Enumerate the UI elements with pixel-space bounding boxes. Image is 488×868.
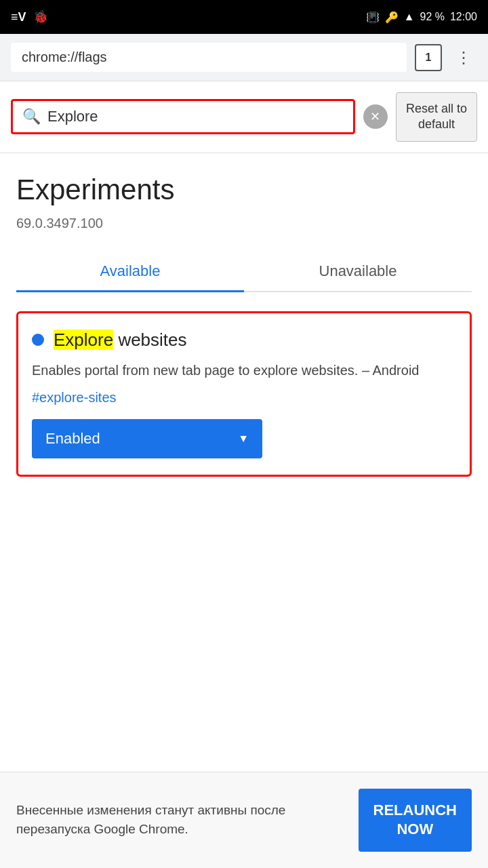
address-bar: 1 ⋮ — [0, 34, 488, 81]
flag-link[interactable]: #explore-sites — [32, 390, 456, 406]
flag-title-highlight: Explore — [54, 330, 113, 350]
status-bar-left: ≡V 🐞 — [11, 9, 48, 24]
search-input[interactable] — [47, 108, 344, 125]
search-icon: 🔍 — [22, 108, 41, 125]
overflow-menu-button[interactable]: ⋮ — [450, 45, 477, 70]
three-dots-icon: ⋮ — [455, 48, 472, 66]
vibration-icon: 📳 — [366, 11, 380, 24]
tab-unavailable[interactable]: Unavailable — [244, 252, 472, 291]
signal-icon: ▲ — [404, 11, 415, 23]
enabled-dropdown[interactable]: Enabled ▼ — [32, 419, 262, 458]
url-input[interactable] — [11, 43, 407, 72]
main-content: Experiments 69.0.3497.100 Available Unav… — [0, 153, 488, 477]
enabled-label: Enabled — [45, 430, 100, 448]
search-bar-wrapper: 🔍 ✕ Reset all todefault — [0, 81, 488, 153]
flag-description: Enables portal from new tab page to expl… — [32, 360, 456, 380]
page-title: Experiments — [16, 174, 472, 206]
flag-dot-icon — [32, 334, 44, 346]
battery-text: 92 % — [420, 11, 444, 23]
cast-icon: 🐞 — [33, 9, 48, 24]
bottom-message: Внесенные изменения станут активны после… — [16, 801, 345, 840]
status-bar: ≡V 🐞 📳 🔑 ▲ 92 % 12:00 — [0, 0, 488, 34]
tab-available[interactable]: Available — [16, 252, 244, 291]
tab-count-button[interactable]: 1 — [415, 44, 442, 71]
tabs: Available Unavailable — [16, 252, 472, 292]
bottom-bar: Внесенные изменения станут активны после… — [0, 772, 488, 868]
time-text: 12:00 — [450, 11, 477, 23]
clear-search-button[interactable]: ✕ — [363, 104, 388, 129]
dropdown-arrow-icon: ▼ — [238, 433, 249, 445]
flag-card: Explore websites Enables portal from new… — [16, 311, 472, 477]
search-box: 🔍 — [11, 99, 355, 134]
status-bar-right: 📳 🔑 ▲ 92 % 12:00 — [366, 11, 477, 24]
flag-title: Explore websites — [54, 330, 187, 351]
tab-count-label: 1 — [426, 52, 432, 64]
ev-icon: ≡V — [11, 10, 26, 24]
reset-all-button[interactable]: Reset all todefault — [396, 92, 477, 142]
relaunch-button[interactable]: RELAUNCHNOW — [359, 789, 472, 852]
flag-title-suffix: websites — [113, 330, 186, 350]
clear-icon: ✕ — [370, 109, 380, 124]
vpn-icon: 🔑 — [385, 11, 399, 24]
flag-header: Explore websites — [32, 330, 456, 351]
reset-label: Reset all todefault — [406, 102, 467, 131]
version-text: 69.0.3497.100 — [16, 216, 472, 231]
